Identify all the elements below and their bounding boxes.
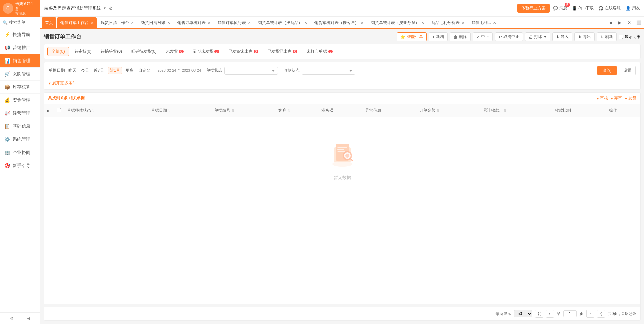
page-last-button[interactable]: ⟩⟩: [597, 310, 605, 318]
system-dropdown-icon[interactable]: ▼: [103, 6, 106, 10]
tab-sales-exec[interactable]: 销售订单执行表 ✕: [214, 17, 254, 28]
tab-close-all-button[interactable]: ✕: [625, 18, 633, 27]
sidebar-item-operation[interactable]: 📈 经营管理: [0, 107, 40, 120]
sidebar-item-guide[interactable]: 🎯 新手引导: [0, 159, 40, 172]
sub-tab-pending-inspect[interactable]: 待拣验货(0): [97, 47, 126, 56]
sub-tab-not-shipped[interactable]: 未发货 0: [162, 47, 188, 56]
add-button[interactable]: + 新增: [429, 32, 448, 41]
import-button[interactable]: ⬇ 导入: [552, 32, 572, 41]
tab-sales-more[interactable]: 销售毛利... ✕: [468, 17, 499, 28]
expand-conditions-button[interactable]: ▾ 展开更多条件: [49, 80, 636, 86]
tab-sales-stat-product[interactable]: 销货单统计表（按商品） ✕: [255, 17, 310, 28]
date-option-more[interactable]: 更多: [124, 67, 135, 74]
tab-home[interactable]: 首页: [42, 17, 56, 28]
tab-cash-reconcile[interactable]: 钱货日清对账 ✕: [138, 17, 173, 28]
show-detail-checkbox-label[interactable]: 显示明细: [619, 34, 641, 40]
table-col-collected[interactable]: 累计收款... ⇅: [480, 104, 553, 117]
tab-close-product-margin[interactable]: ✕: [462, 21, 464, 25]
sidebar-item-basic-info[interactable]: 📋 基础信息: [0, 120, 40, 133]
tab-sales-stat-staff[interactable]: 销货单统计表（按业务员） ✕: [368, 17, 427, 28]
table-col-number[interactable]: 单据编号 ⇅: [212, 104, 275, 117]
cancel-stop-button[interactable]: ↩ 取消中止: [495, 32, 523, 41]
table-col-staff[interactable]: 业务员: [319, 104, 363, 117]
setting-button[interactable]: 设置: [619, 66, 636, 75]
sidebar-item-system[interactable]: ⚙️ 系统管理: [0, 133, 40, 146]
sidebar-item-finance[interactable]: 💰 资金管理: [0, 94, 40, 107]
date-option-7days[interactable]: 近7天: [92, 67, 105, 74]
tab-sales-stat[interactable]: 销售订单统计表 ✕: [174, 17, 214, 28]
refresh-button[interactable]: ↻ 刷新: [597, 32, 617, 41]
export-button[interactable]: ⬆ 导出: [574, 32, 595, 41]
tab-cash-daily[interactable]: 钱货日清工作台 ✕: [97, 17, 137, 28]
tab-close-sales-stat-customer[interactable]: ✕: [361, 21, 363, 25]
page-prev-button[interactable]: ⟨: [546, 310, 554, 318]
sub-tab-all[interactable]: 全部(0): [47, 47, 69, 56]
table-scroll[interactable]: ⠿ 单据整体状态 ⇅ 单据日期 ⇅: [44, 104, 640, 304]
sub-tab-wangpu-pending[interactable]: 旺铺待发货(0): [127, 47, 161, 56]
user-avatar[interactable]: 👤 用友: [626, 5, 640, 11]
show-detail-checkbox[interactable]: [619, 35, 623, 39]
tab-product-margin[interactable]: 商品毛利分析表 ✕: [428, 17, 468, 28]
tab-scroll-left-button[interactable]: ◀: [606, 18, 614, 27]
sidebar-item-enterprise[interactable]: 🏢 企业协同: [0, 146, 40, 159]
sub-tab-shipped-out[interactable]: 已发货已出库 0: [263, 47, 301, 56]
review-toolbar-button[interactable]: ● 审核: [596, 95, 608, 101]
settings-gear-icon[interactable]: ⚙: [109, 6, 113, 11]
settings-icon[interactable]: ⚙: [10, 316, 14, 321]
stop-button[interactable]: ⊘ 中止: [473, 32, 493, 41]
sidebar-item-marketing[interactable]: 📢 营销推广: [0, 41, 40, 54]
collapse-icon[interactable]: ◀: [27, 316, 30, 321]
sub-tab-shipped-not-out[interactable]: 已发货未出库 0: [224, 47, 262, 56]
tab-close-cash-daily[interactable]: ✕: [131, 21, 134, 25]
experience-button[interactable]: 体验行业方案: [517, 4, 550, 13]
tab-scroll-right-button[interactable]: ▶: [616, 18, 624, 27]
sidebar-item-sales[interactable]: 📊 销售管理: [0, 54, 40, 68]
delete-icon: 🗑: [454, 35, 458, 39]
sidebar-item-purchase[interactable]: 🛒 采购管理: [0, 68, 40, 81]
page-first-button[interactable]: ⟨⟨: [535, 310, 543, 318]
print-button[interactable]: 🖨 打印 ▼: [525, 32, 550, 41]
table-col-date[interactable]: 单据日期 ⇅: [148, 104, 212, 117]
cancel-review-toolbar-button[interactable]: ● 弃审: [611, 95, 622, 101]
sidebar-item-inventory[interactable]: 📦 库存核算: [0, 81, 40, 94]
select-all-checkbox[interactable]: [57, 108, 61, 112]
review-icon: ●: [596, 96, 599, 101]
sub-tab-overdue-unshipped[interactable]: 到期未发货 0: [189, 47, 223, 56]
date-option-yesterday[interactable]: 昨天: [67, 67, 78, 74]
tab-close-sales-stat-staff[interactable]: ✕: [421, 21, 424, 25]
table-col-checkbox[interactable]: [54, 104, 64, 117]
page-size-select[interactable]: 50 10 20 100: [514, 310, 532, 317]
app-download-button[interactable]: 📱 App下载: [572, 5, 594, 11]
sub-tab-pending-review[interactable]: 待审核(0): [71, 47, 96, 56]
payment-select[interactable]: [302, 67, 355, 75]
table-col-status[interactable]: 单据整体状态 ⇅: [64, 104, 148, 117]
date-option-today[interactable]: 今天: [80, 67, 90, 74]
date-option-custom[interactable]: 自定义: [137, 67, 152, 74]
delete-button[interactable]: 🗑 删除: [450, 32, 471, 41]
tab-close-sales-more[interactable]: ✕: [493, 21, 496, 25]
tab-sales-stat-customer[interactable]: 销货单统计表（按客户） ✕: [311, 17, 367, 28]
tab-close-cash-reconcile[interactable]: ✕: [167, 21, 170, 25]
tab-maximize-button[interactable]: ⬜: [635, 18, 643, 27]
tab-close-sales-order[interactable]: ✕: [91, 21, 93, 25]
sidebar-item-search[interactable]: 🔍 搜索菜单: [0, 17, 40, 28]
online-service-button[interactable]: 🎧 在线客服: [598, 5, 621, 11]
smart-order-button[interactable]: ⭐ 智能生单: [397, 32, 427, 41]
tab-close-sales-exec[interactable]: ✕: [248, 21, 251, 25]
tab-close-sales-stat-product[interactable]: ✕: [304, 21, 307, 25]
page-next-button[interactable]: ⟩: [586, 310, 594, 318]
purchase-icon: 🛒: [4, 71, 10, 77]
table-col-amount[interactable]: 订单金额 ⇅: [417, 104, 480, 117]
message-button[interactable]: 💬 5 消息: [553, 5, 567, 11]
tab-close-sales-stat[interactable]: ✕: [208, 21, 210, 25]
table-col-customer[interactable]: 客户 ⇅: [275, 104, 319, 117]
sidebar-item-quick-nav[interactable]: ⚡ 快捷导航: [0, 28, 40, 41]
date-option-1month[interactable]: 近1月: [108, 67, 123, 74]
horizontal-scrollbar[interactable]: [44, 304, 640, 307]
sub-tab-not-printed[interactable]: 未打印单据 0: [303, 47, 337, 56]
page-number-input[interactable]: [563, 310, 577, 317]
query-button[interactable]: 查询: [597, 66, 617, 75]
ship-toolbar-button[interactable]: ● 发货: [625, 95, 636, 101]
status-select[interactable]: [224, 67, 278, 75]
tab-sales-order[interactable]: 销售订单工作台 ✕: [57, 17, 97, 28]
